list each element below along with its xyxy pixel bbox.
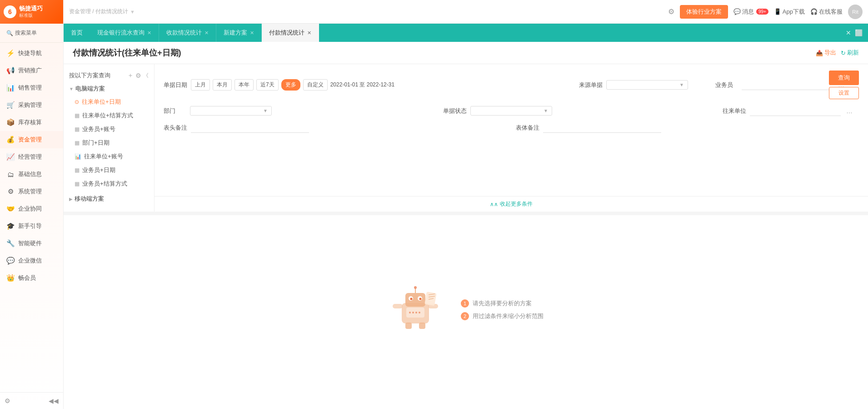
scheme-item-icon-6: ▦ [75,181,80,187]
scheme-item-dept-date[interactable]: ▦ 部门+日期 [64,136,154,150]
nav-item-finance[interactable]: 💰 资金管理 [0,131,63,148]
logo-title: 畅捷通巧 [19,5,43,12]
empty-step-2: 2 用过滤条件来缩小分析范围 [461,312,544,320]
online-service-button[interactable]: 🎧 在线客服 [810,8,843,16]
marketing-icon: 📢 [6,66,15,75]
partner-menu-button[interactable]: … [846,107,853,115]
scheme-collapse-button[interactable]: 《 [143,72,149,80]
tab-payment[interactable]: 付款情况统计 ✕ [262,24,319,42]
scheme-header-actions: ＋ ⚙ 《 [127,71,149,80]
query-button[interactable]: 查询 [829,71,859,85]
avatar[interactable]: Rit [848,5,863,19]
tab-bank-close[interactable]: ✕ [147,30,151,36]
topbar-actions: ⚙ 体验行业方案 💬 消息 99+ 📱 App下载 🎧 在线客服 Rit [668,5,863,19]
tab-new[interactable]: 新建方案 ✕ [216,24,262,42]
nav-item-purchase[interactable]: 🛒 采购管理 [0,96,63,114]
scheme-group-desktop-title[interactable]: ▼ 电脑端方案 [64,82,154,95]
topbar-settings-icon[interactable]: ⚙ [668,7,674,16]
sidebar-settings-button[interactable]: ⚙ [5,397,10,404]
date-range-display: 2022-01-01 至 2022-12-31 [330,81,394,89]
step-1-text: 请先选择要分析的方案 [473,299,532,308]
note-body-input[interactable] [543,122,661,133]
tab-new-close[interactable]: ✕ [250,30,254,36]
message-icon: 💬 [733,8,741,15]
sidebar-collapse-button[interactable]: ◀◀ [49,397,59,404]
message-button[interactable]: 💬 消息 99+ [733,8,768,16]
date-btn-custom[interactable]: 自定义 [303,79,328,91]
note-header-input[interactable] [191,122,309,133]
scheme-item-unit-account[interactable]: 📊 往来单位+账号 [64,150,154,163]
export-button[interactable]: 📤 导出 [816,49,836,57]
tab-home[interactable]: 首页 [64,24,90,42]
nav-item-smarthardware[interactable]: 🔧 智能硬件 [0,235,63,252]
system-icon: ⚙ [6,187,15,196]
service-label: 在线客服 [819,8,843,16]
app-download-button[interactable]: 📱 App下载 [774,8,805,16]
svg-rect-8 [393,304,403,308]
dept-select[interactable]: ▼ [190,106,272,116]
source-select[interactable]: ▼ [606,80,688,90]
empty-step-1: 1 请先选择要分析的方案 [461,299,544,308]
sidebar-logo: 6 畅捷通巧 标准版 [0,0,63,24]
nav-item-system[interactable]: ⚙ 系统管理 [0,183,63,200]
date-btn-7days[interactable]: 近7天 [256,79,279,91]
staff-input[interactable] [742,80,833,90]
main-area: 资金管理 / 付款情况统计 ▼ ⚙ 体验行业方案 💬 消息 99+ 📱 App下… [64,0,868,409]
date-btn-this-month[interactable]: 本月 [213,79,232,91]
finance-icon: 💰 [6,136,15,144]
tab-bank[interactable]: 现金银行流水查询 ✕ [90,24,159,42]
date-btn-this-year[interactable]: 本年 [234,79,254,91]
scheme-settings-button[interactable]: ⚙ [135,72,141,79]
svg-point-5 [419,298,422,300]
tab-payment-close[interactable]: ✕ [307,30,311,36]
nav-label-quicknav: 快捷导航 [18,49,42,57]
smarthardware-icon: 🔧 [6,239,15,247]
svg-rect-10 [405,323,412,329]
scheme-panel-header: 按以下方案查询 ＋ ⚙ 《 [64,69,154,82]
filter-field-dept: 部门 ▼ [164,106,434,116]
note-header-label: 表头备注 [164,124,187,132]
scheme-item-unit-date[interactable]: ⊙ 往来单位+日期 [64,95,154,109]
partner-input[interactable] [750,106,841,116]
window-maximize-button[interactable]: ⬜ [855,29,863,36]
scheme-item-unit-settle[interactable]: ▦ 往来单位+结算方式 [64,109,154,122]
tab-receivable-close[interactable]: ✕ [205,30,209,36]
nav-item-newguide[interactable]: 🎓 新手引导 [0,217,63,235]
nav-item-wechat[interactable]: 💬 企业微信 [0,252,63,269]
nav-item-inventory[interactable]: 📦 库存核算 [0,114,63,131]
nav-item-quicknav[interactable]: ⚡ 快捷导航 [0,45,63,62]
tab-receivable[interactable]: 收款情况统计 ✕ [159,24,216,42]
nav-item-basicinfo[interactable]: 🗂 基础信息 [0,166,63,183]
staff-label: 业务员 [715,81,738,89]
scheme-add-button[interactable]: ＋ [127,71,134,80]
settings-button[interactable]: 设置 [829,87,859,99]
source-label: 来源单据 [579,81,603,89]
industry-solution-button[interactable]: 体验行业方案 [680,5,728,19]
docstatus-select-arrow: ▼ [544,108,548,113]
date-btn-more[interactable]: 更多 [281,79,300,91]
svg-rect-11 [419,323,425,329]
nav-item-member[interactable]: 👑 畅会员 [0,269,63,287]
nav-item-sales[interactable]: 📊 销售管理 [0,79,63,96]
scheme-item-icon-3: ▦ [75,140,80,146]
docstatus-select[interactable]: ▼ [470,106,552,116]
nav-item-marketing[interactable]: 📢 营销推广 [0,62,63,79]
scheme-active-icon: ⊙ [75,99,79,105]
scheme-group-mobile-title[interactable]: ▶ 移动端方案 [64,192,154,205]
scheme-item-staff-date[interactable]: ▦ 业务员+日期 [64,163,154,177]
search-menu-button[interactable]: 🔍 搜索菜单 [5,27,59,39]
collapse-more-button[interactable]: ∧∧ 收起更多条件 [490,200,533,208]
window-close-button[interactable]: ✕ [846,29,851,36]
refresh-button[interactable]: ↻ 刷新 [841,49,859,57]
svg-rect-1 [405,293,425,307]
nav-item-operation[interactable]: 📈 经营管理 [0,148,63,166]
nav-label-operation: 经营管理 [18,153,42,161]
message-label: 消息 [742,8,754,16]
enterprise-icon: 🤝 [6,205,15,213]
nav-item-enterprise[interactable]: 🤝 企业协同 [0,200,63,217]
date-btn-last-month[interactable]: 上月 [191,79,210,91]
export-icon: 📤 [816,50,823,56]
scheme-item-staff-account[interactable]: ▦ 业务员+账号 [64,122,154,136]
nav-label-inventory: 库存核算 [18,118,42,126]
scheme-item-staff-settle[interactable]: ▦ 业务员+结算方式 [64,177,154,191]
